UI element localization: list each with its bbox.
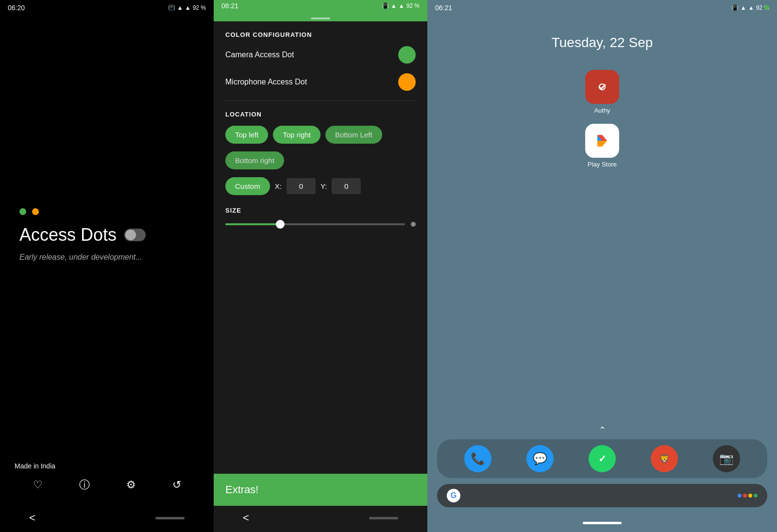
size-section: SIZE (225, 207, 416, 227)
y-label: Y: (321, 182, 327, 190)
nav-bar-p3 (427, 516, 777, 532)
panel-settings: 06:21 📳 ▲ ▲ 92 % COLOR CONFIGURATION Cam… (214, 0, 427, 532)
authy-label: Authy (594, 107, 610, 114)
slider-thumb[interactable] (276, 220, 285, 229)
location-buttons-row2: Bottom right (225, 151, 416, 169)
nav-bar-p1: < (0, 506, 214, 532)
nav-bar-p2: < (214, 506, 427, 532)
slider-end-dot (411, 222, 416, 227)
microphone-dot-label: Microphone Access Dot (225, 78, 307, 86)
slider-fill (225, 223, 279, 225)
google-dots (738, 494, 758, 498)
x-input[interactable] (287, 178, 316, 194)
battery-p2: 92 % (406, 2, 420, 9)
gear-icon[interactable]: ⚙ (126, 479, 136, 491)
vibrate-icon-p2: 📳 (382, 2, 389, 9)
signal-icon-p3: ▲ (741, 4, 746, 11)
info-icon[interactable]: ⓘ (79, 478, 90, 492)
panel2-header: 06:21 📳 ▲ ▲ 92 % (214, 0, 427, 21)
green-dot-indicator (19, 208, 26, 215)
location-btn-top-right[interactable]: Top right (273, 126, 321, 144)
home-content: Tuesday, 22 Sep Authy (427, 16, 777, 425)
panel1-main-content: Access Dots Early release, under develop… (0, 16, 214, 454)
authy-app[interactable]: Authy (585, 70, 619, 114)
gdot-yellow (748, 494, 752, 498)
drag-handle-area[interactable] (214, 14, 427, 21)
x-label: X: (275, 182, 282, 190)
app-title: Access Dots (19, 225, 117, 245)
play-store-app[interactable]: Play Store (585, 124, 619, 168)
location-btn-bottom-left[interactable]: Bottom Left (325, 126, 382, 144)
camera-dot-label: Camera Access Dot (225, 50, 294, 59)
camera-color-picker[interactable] (398, 46, 416, 64)
divider-1 (225, 100, 416, 101)
home-indicator-p3[interactable] (583, 522, 622, 524)
google-logo[interactable]: G (447, 489, 460, 502)
back-button-p2[interactable]: < (243, 512, 249, 524)
drag-handle (311, 17, 330, 19)
home-indicator-p2[interactable] (369, 517, 398, 519)
status-icons-p1: 📳 ▲ ▲ 92 % (168, 4, 206, 11)
location-btn-bottom-right[interactable]: Bottom right (225, 151, 284, 169)
location-title: LOCATION (225, 111, 416, 118)
made-in-india-label: Made in India (15, 462, 199, 470)
custom-button[interactable]: Custom (225, 177, 270, 195)
status-bar-p1: 06:20 📳 ▲ ▲ 92 % (0, 0, 214, 16)
whatsapp-app[interactable]: ✓ (589, 445, 616, 472)
play-store-icon (585, 124, 619, 158)
vibrate-icon-p3: 📳 (731, 4, 739, 11)
extras-footer[interactable]: Extras! (214, 474, 427, 506)
history-icon[interactable]: ↺ (172, 479, 181, 491)
app-subtitle: Early release, under development... (19, 253, 194, 262)
authy-icon (585, 70, 619, 104)
battery-p1: 92 % (193, 4, 206, 11)
panel-home-screen: 06:21 📳 ▲ ▲ 92 % Tuesday, 22 Sep Authy (427, 0, 777, 532)
heart-icon[interactable]: ♡ (33, 479, 43, 491)
color-config-title: COLOR CONFIGURATION (225, 31, 416, 38)
back-button-p1[interactable]: < (29, 512, 35, 524)
size-title: SIZE (225, 207, 416, 214)
panel1-bottom: Made in India ♡ ⓘ ⚙ ↺ (0, 454, 214, 506)
main-toggle[interactable] (124, 229, 146, 241)
microphone-dot-row: Microphone Access Dot (225, 73, 416, 91)
play-store-logo-svg (593, 132, 611, 150)
dock-icons-row: 📞 💬 ✓ 🦁 📷 (437, 439, 767, 478)
search-bar[interactable]: G (437, 484, 767, 507)
green-indicator-dot (764, 5, 769, 10)
brave-app[interactable]: 🦁 (651, 445, 678, 472)
messages-app[interactable]: 💬 (526, 445, 554, 472)
wifi-icon: ▲ (185, 4, 191, 11)
signal-icon-p2: ▲ (391, 2, 397, 9)
custom-position-row: Custom X: Y: (225, 177, 416, 195)
vibrate-icon: 📳 (168, 4, 175, 11)
status-time-p2: 06:21 (221, 2, 238, 10)
play-store-label: Play Store (588, 161, 617, 168)
size-slider-track[interactable] (225, 223, 405, 225)
dock-arrow: ⌃ (437, 425, 767, 435)
indicator-dots-row (19, 208, 194, 215)
panel-access-dots-main: 06:20 📳 ▲ ▲ 92 % Access Dots Early relea… (0, 0, 214, 532)
orange-dot-indicator (32, 208, 39, 215)
home-indicator-p1[interactable] (155, 517, 185, 519)
status-time-p1: 06:20 (8, 4, 25, 12)
gdot-blue (738, 494, 742, 498)
signal-icon: ▲ (177, 4, 183, 11)
date-display: Tuesday, 22 Sep (442, 35, 762, 50)
status-icons-p3: 📳 ▲ ▲ 92 % (731, 4, 769, 11)
y-input[interactable] (332, 178, 361, 194)
status-icons-p2: 📳 ▲ ▲ 92 % (382, 2, 420, 9)
home-apps-grid: Authy Play Store (442, 70, 762, 168)
microphone-color-picker[interactable] (398, 73, 416, 91)
size-slider-row (225, 222, 416, 227)
phone-app[interactable]: 📞 (464, 445, 491, 472)
location-buttons-group: Top left Top right Bottom Left (225, 126, 416, 144)
camera-dot-row: Camera Access Dot (225, 46, 416, 64)
status-bar-p2: 06:21 📳 ▲ ▲ 92 % (214, 0, 427, 14)
gdot-red (743, 494, 747, 498)
status-time-p3: 06:21 (435, 4, 452, 12)
location-btn-top-left[interactable]: Top left (225, 126, 268, 144)
extras-label: Extras! (225, 483, 258, 496)
wifi-icon-p3: ▲ (748, 4, 754, 11)
wifi-icon-p2: ▲ (399, 2, 405, 9)
camera-app[interactable]: 📷 (713, 445, 740, 472)
